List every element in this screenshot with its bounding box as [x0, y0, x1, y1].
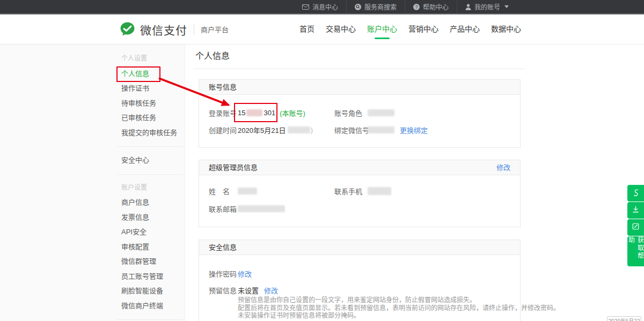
created-time-value: 2020年5月21日	[238, 125, 286, 135]
bound-wechat-label: 绑定微信号	[334, 125, 368, 135]
sidebar-item-personal-info[interactable]: 个人信息	[121, 66, 185, 81]
top-utility-menu: 消息中心 服务商搜索 ? 帮助中心 我的账号	[294, 0, 517, 13]
floating-help-widget: 获取帮助	[627, 185, 644, 266]
security-info-card: 安全信息 操作密码 修改 预留信息 未设置 修改 预留信息是由你自己设置的一段文…	[199, 240, 521, 321]
chevron-down-icon	[504, 5, 509, 8]
reserved-info-status: 未设置	[238, 285, 259, 295]
rebind-wechat-link[interactable]: 更换绑定	[400, 125, 428, 135]
reserved-info-desc-line2: 配置后将在首页及充值页面显示。若未看到预留信息，表明当前访问的网站存在风险，请终…	[238, 304, 560, 312]
brand-name: 微信支付	[140, 21, 187, 38]
mail-icon	[302, 4, 309, 10]
sidebar-section-account-settings: 账户设置	[121, 181, 185, 196]
admin-phone-row: 联系手机	[334, 186, 391, 196]
admin-info-title: 超级管理员信息	[209, 163, 258, 171]
message-center-label: 消息中心	[312, 2, 338, 11]
sidebar-item-api-security[interactable]: API安全	[121, 225, 185, 240]
security-info-title: 安全信息	[209, 243, 237, 251]
brand-block: 微信支付 商户平台	[119, 21, 229, 38]
download-button[interactable]	[627, 202, 644, 219]
site-header: 微信支付 商户平台 首页 交易中心 账户中心 营销中心 产品中心 数据中心	[0, 14, 644, 44]
admin-info-card-header: 超级管理员信息 修改	[199, 160, 520, 175]
redacted-account-role	[368, 109, 394, 116]
bound-wechat-row: 绑定微信号 更换绑定	[334, 125, 428, 135]
sidebar-item-operation-certificate[interactable]: 操作证书	[121, 81, 185, 96]
nav-account-center[interactable]: 账户中心	[366, 14, 398, 44]
service-provider-search-menu-item[interactable]: 服务商搜索	[346, 0, 405, 13]
current-account-note: (本账号)	[280, 108, 305, 118]
wechat-pay-logo	[119, 21, 136, 38]
reserved-info-desc-line1: 预留信息是由你自己设置的一段文字，用来鉴定网站身份，防止假冒网站造成损失。	[238, 296, 560, 304]
sidebar: 个人设置 个人信息 操作证书 待审核任务 已审核任务 我提交的审核任务 安全中心…	[0, 44, 185, 321]
redacted-admin-phone	[368, 187, 391, 195]
account-info-card-header: 账号信息	[199, 80, 520, 95]
operation-password-label: 操作密码	[209, 268, 238, 279]
account-info-title: 账号信息	[209, 83, 237, 91]
message-center-menu-item[interactable]: 消息中心	[294, 0, 346, 13]
admin-name-label: 姓 名	[209, 186, 238, 196]
admin-name-row: 姓 名	[209, 186, 257, 196]
account-role-label: 账号角色	[334, 108, 368, 118]
sidebar-item-review-config[interactable]: 审核配置	[121, 240, 185, 255]
login-account-row: 登录账号 15 301 (本账号)	[209, 108, 305, 117]
help-center-menu-item[interactable]: ? 帮助中心	[405, 0, 457, 13]
svg-text:?: ?	[415, 4, 418, 10]
sidebar-item-pending-review-tasks[interactable]: 待审核任务	[121, 96, 185, 111]
sidebar-item-reviewed-tasks[interactable]: 已审核任务	[121, 110, 185, 125]
feedback-button[interactable]	[627, 219, 644, 236]
admin-email-row: 联系邮箱	[209, 204, 285, 213]
sidebar-section-personal-settings: 个人设置	[121, 51, 185, 66]
nav-product-center[interactable]: 产品中心	[449, 14, 481, 44]
nav-data-center[interactable]: 数据中心	[490, 14, 522, 44]
portal-name: 商户平台	[201, 24, 229, 34]
nav-marketing-center[interactable]: 营销中心	[407, 14, 440, 44]
redacted-wechat-id	[368, 126, 394, 133]
sidebar-item-my-submitted-review-tasks[interactable]: 我提交的审核任务	[121, 125, 185, 140]
sidebar-item-security-center[interactable]: 安全中心	[121, 153, 185, 168]
get-help-button[interactable]: 获取帮助	[627, 236, 644, 266]
my-account-menu-item[interactable]: 我的账号	[457, 0, 517, 13]
main-nav: 首页 交易中心 账户中心 营销中心 产品中心 数据中心	[298, 14, 522, 44]
user-icon	[465, 4, 471, 10]
sidebar-divider	[121, 313, 185, 321]
download-icon	[632, 205, 640, 215]
search-icon	[355, 4, 361, 10]
sidebar-item-face-recognition-device[interactable]: 刷脸智能设备	[121, 283, 185, 298]
sidebar-item-invoice-info[interactable]: 发票信息	[121, 210, 185, 225]
hotline-button[interactable]	[627, 185, 644, 201]
redacted-admin-name	[238, 188, 257, 195]
brand-separator	[194, 24, 194, 35]
my-account-label: 我的账号	[474, 2, 500, 11]
reserved-info-row: 预留信息 未设置 修改	[209, 285, 278, 295]
admin-info-edit-link[interactable]: 修改	[496, 160, 510, 175]
login-account-label: 登录账号	[209, 108, 238, 118]
login-account-prefix: 15	[238, 109, 245, 117]
sidebar-item-wechat-group-management[interactable]: 微信群管理	[121, 254, 185, 269]
login-account-suffix: 301	[264, 109, 275, 117]
nav-home[interactable]: 首页	[298, 14, 316, 44]
admin-email-label: 联系邮箱	[209, 204, 238, 214]
feedback-edit-icon	[632, 222, 640, 233]
nav-transaction-center[interactable]: 交易中心	[325, 14, 357, 44]
title-divider	[193, 69, 525, 69]
reserved-info-desc-line3: 未安装操作证书时预留信息将被部分掩码。	[238, 312, 560, 320]
created-time-tail: )	[311, 126, 313, 134]
question-icon: ?	[413, 4, 420, 10]
top-utility-bar: 消息中心 服务商搜索 ? 帮助中心 我的账号	[0, 0, 644, 14]
sidebar-item-staff-account-management[interactable]: 员工账号管理	[121, 269, 185, 284]
security-info-card-header: 安全信息	[199, 240, 520, 255]
operation-password-edit-link[interactable]: 修改	[238, 268, 252, 279]
service-provider-search-label: 服务商搜索	[364, 2, 397, 11]
reserved-info-label: 预留信息	[209, 285, 238, 295]
get-help-label: 获取帮助	[627, 236, 644, 266]
redacted-login-digits	[246, 109, 262, 116]
reserved-info-edit-link[interactable]: 修改	[264, 285, 278, 295]
sidebar-item-merchant-info[interactable]: 商户信息	[121, 195, 185, 210]
operation-password-row: 操作密码 修改	[209, 268, 252, 278]
created-time-label: 创建时间	[209, 125, 238, 135]
reserved-info-description: 预留信息是由你自己设置的一段文字，用来鉴定网站身份，防止假冒网站造成损失。 配置…	[238, 296, 560, 320]
hotline-icon	[632, 188, 640, 199]
page-title: 个人信息	[195, 49, 230, 62]
sidebar-divider	[121, 168, 185, 181]
sidebar-item-wechat-merchant-terminal[interactable]: 微信商户终端	[121, 298, 185, 313]
admin-info-card: 超级管理员信息 修改 姓 名 联系手机 联系邮箱	[199, 160, 521, 227]
